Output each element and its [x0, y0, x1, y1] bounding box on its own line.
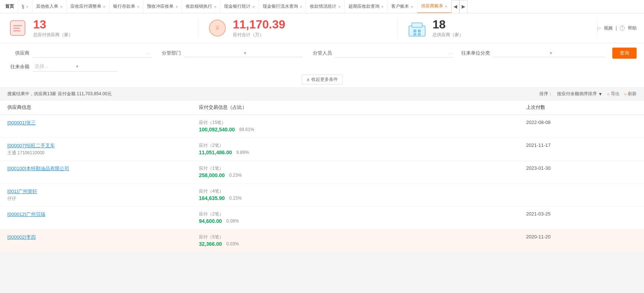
nav-tab-2[interactable]: 其他收入单 ×: [32, 0, 66, 13]
nav-tab-11[interactable]: 客户账本 ×: [388, 0, 417, 13]
tx-percent-1: 89.61%: [239, 127, 254, 132]
main-table: 供应商信息 应付交易信息（占比） 上次付数 [000001]张三 应付（15笔）…: [0, 100, 644, 252]
nav-tab-4-label: 银行存款单: [113, 3, 135, 10]
nav-tab-2-label: 其他收入单: [36, 3, 58, 10]
nav-tab-8-label: 现金银行流水查询: [263, 3, 298, 10]
last-pay-2: 2021-11-17: [526, 142, 637, 148]
nav-tab-8-close[interactable]: ×: [300, 4, 302, 9]
filter-item-category: 往来单位分类 ▼: [461, 49, 605, 57]
nav-right-arrow[interactable]: ▶: [459, 0, 468, 13]
tx-row-4: 164,635.90 0.15%: [199, 194, 526, 202]
nav-tab-11-close[interactable]: ×: [411, 4, 413, 9]
nav-tab-7[interactable]: 现金银行统计 ×: [220, 0, 259, 13]
nav-tab-2-close[interactable]: ×: [60, 4, 62, 9]
search-button[interactable]: 查询: [612, 48, 637, 59]
nav-tab-9[interactable]: 收款情况统计 ×: [306, 0, 344, 13]
nav-tab-9-close[interactable]: ×: [338, 4, 340, 9]
collapse-button[interactable]: ∧ 收起更多条件: [302, 75, 343, 85]
filter-item-supplier: 供应商 ···: [7, 49, 151, 58]
nav-tab-10-close[interactable]: ×: [381, 4, 384, 9]
supplier-sub-2: 王通 17106110000: [7, 150, 199, 156]
nav-tab-4[interactable]: 银行存款单 ×: [109, 0, 143, 13]
tx-amount-6: 32,366.00: [199, 241, 222, 247]
dept-select[interactable]: ▼: [184, 49, 303, 57]
top-navigation: 首页 § × 其他收入单 × 应收应付调整单 × 银行存款单 × 预收冲应收单 …: [0, 0, 644, 13]
category-select[interactable]: ▼: [493, 49, 605, 57]
nav-tab-5-label: 预收冲应收单: [147, 3, 174, 10]
supplier-link-2[interactable]: [000007]恒旺二手叉车: [7, 143, 55, 148]
table-row: [000012]广州贝瑞 应付（2笔） 94,600.00 0.08% 2021…: [0, 207, 644, 230]
supplier-link-1[interactable]: [000001]张三: [7, 120, 36, 125]
svg-rect-7: [412, 23, 422, 27]
svg-rect-3: [13, 30, 21, 31]
refresh-button[interactable]: ○ 刷新: [624, 91, 637, 97]
table-row: [000007]恒旺二手叉车 王通 17106110000 应付（2笔） 11,…: [0, 138, 644, 161]
nav-tab-1[interactable]: § ×: [18, 0, 32, 13]
collapse-icon: ∧: [307, 77, 310, 82]
tx-amount-4: 164,635.90: [199, 195, 225, 201]
stat-icon-2: ¥: [207, 18, 228, 38]
tx-label-4: 应付（4笔）: [199, 188, 526, 194]
stat-content-1: 13 总应付供应商（家）: [33, 18, 73, 38]
nav-tab-1-close[interactable]: ×: [26, 4, 28, 9]
nav-tab-12-close[interactable]: ×: [445, 4, 447, 8]
nav-tab-11-label: 客户账本: [391, 3, 409, 10]
nav-tab-6[interactable]: 收款核销执行 ×: [182, 0, 220, 13]
nav-tab-7-close[interactable]: ×: [252, 4, 255, 9]
filter-label-supplier: 供应商: [7, 50, 29, 56]
tx-label-2: 应付（2笔）: [199, 142, 526, 149]
nav-tab-home[interactable]: 首页: [1, 0, 18, 13]
filter-item-dept: 分管部门 ▼: [159, 49, 303, 57]
supplier-dots-icon[interactable]: ···: [144, 51, 151, 56]
nav-tab-10[interactable]: 超期应收款查询 ×: [345, 0, 388, 13]
supplier-link-4[interactable]: [001]广州荣轩: [7, 189, 37, 194]
help-link[interactable]: 帮助: [628, 25, 637, 31]
nav-tab-12[interactable]: 供应商账本 ×: [417, 0, 451, 13]
results-summary: 搜索结果中，供应商13家 应付金额 111,703,854.00元: [7, 91, 112, 97]
balance-select[interactable]: 选择... ▼: [32, 62, 118, 72]
sort-label: 排序：: [539, 91, 553, 97]
person-dots-icon[interactable]: ···: [447, 51, 454, 56]
nav-tab-8[interactable]: 现金银行流水查询 ×: [259, 0, 306, 13]
nav-tab-7-label: 现金银行统计: [224, 3, 251, 10]
supplier-link-5[interactable]: [000012]广州贝瑞: [7, 211, 45, 217]
video-link[interactable]: 视频: [604, 25, 613, 31]
nav-tab-5-close[interactable]: ×: [175, 4, 178, 9]
nav-tab-4-close[interactable]: ×: [137, 4, 139, 9]
nav-tab-6-close[interactable]: ×: [214, 4, 216, 9]
person-input[interactable]: [335, 49, 447, 57]
table-header-lastpay: 上次付数: [526, 104, 637, 111]
svg-rect-9: [418, 30, 421, 32]
sort-select[interactable]: 按应付余额倒序排序 ▼: [557, 91, 603, 97]
table-row: [000001]张三 应付（15笔） 100,092,540.00 89.61%…: [0, 115, 644, 138]
tx-info-3: 应付（1笔） 258,000.00 0.23%: [199, 165, 526, 179]
collapse-label: 收起更多条件: [311, 76, 338, 83]
supplier-link-6[interactable]: [000002]李四: [7, 234, 36, 240]
filter-bar: 供应商 ··· 分管部门 ▼ 分管人员 ··· 往来单位分类: [0, 43, 644, 88]
supplier-input[interactable]: [32, 49, 144, 57]
nav-tab-5[interactable]: 预收冲应收单 ×: [143, 0, 182, 13]
stat-content-2: 11,170.39 应付合计（万）: [233, 18, 285, 38]
last-pay-5: 2021-03-25: [526, 211, 637, 217]
stat-icon-1: [7, 18, 28, 38]
nav-tab-3-close[interactable]: ×: [103, 4, 105, 9]
tx-label-5: 应付（2笔）: [199, 211, 526, 217]
nav-tab-3[interactable]: 应收应付调整单 ×: [67, 0, 109, 13]
supplier-input-wrapper: ···: [32, 49, 151, 58]
tx-percent-2: 9.89%: [237, 150, 249, 155]
refresh-label: 刷新: [628, 91, 637, 97]
filter-item-balance: 往来余额 选择... ▼: [7, 62, 118, 72]
balance-select-placeholder: 选择...: [35, 63, 75, 70]
svg-rect-11: [418, 33, 421, 35]
tx-percent-6: 0.03%: [226, 241, 239, 247]
supplier-info-6: [000002]李四: [7, 234, 199, 241]
tx-row-1: 100,092,540.00 89.61%: [199, 126, 526, 133]
export-button[interactable]: ○ 导出: [607, 91, 620, 97]
supplier-info-5: [000012]广州贝瑞: [7, 211, 199, 218]
tx-row-2: 11,051,486.00 9.89%: [199, 149, 526, 156]
sort-arrow-icon: ▼: [598, 92, 603, 97]
filter-label-person: 分管人员: [310, 50, 332, 56]
nav-left-arrow[interactable]: ◀: [451, 0, 459, 13]
supplier-link-3[interactable]: [000100]本特勤油品有限公司: [7, 166, 69, 171]
tx-amount-1: 100,092,540.00: [199, 127, 235, 132]
